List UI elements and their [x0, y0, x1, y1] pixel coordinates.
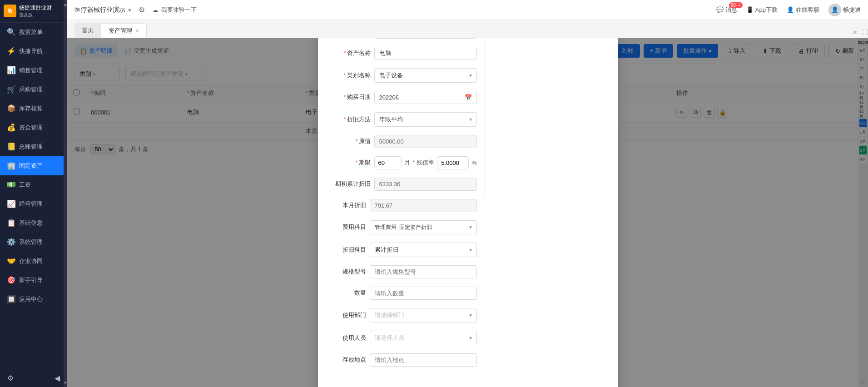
category-select[interactable]: 电子设备 ▾ [374, 68, 477, 83]
user-menu[interactable]: 👤 畅捷通 [828, 4, 861, 16]
collapse-sidebar-icon[interactable]: ◀ [55, 374, 60, 382]
app-logo: 畅 [4, 5, 16, 17]
edit-asset-modal: 编辑固定资产 × *编码 [318, 38, 618, 387]
basic-icon: 📋 [7, 219, 15, 227]
dept-select[interactable]: 请选择部门 ▾ [370, 308, 477, 322]
window-close-icon[interactable]: ✕ [853, 29, 858, 36]
depreciation-subject-value: 累计折旧 [375, 246, 398, 254]
tab-home[interactable]: 首页 [74, 23, 101, 38]
category-label: *类别名称 [334, 71, 371, 79]
message-button[interactable]: 💬 消息 99++ [716, 6, 737, 14]
code-input[interactable] [374, 38, 477, 39]
sidebar-item-label: 采购管理 [19, 85, 43, 94]
sidebar-item-label: 企业协同 [19, 257, 43, 265]
original-value-label: *原值 [334, 137, 371, 145]
sidebar-item-corp[interactable]: 🤝 企业协同 [0, 252, 67, 271]
depreciation-subject-arrow: ▾ [469, 247, 472, 253]
topbar-gear-icon[interactable]: ⚙ [139, 5, 145, 14]
experience-button[interactable]: ☁ 我要体验一下 [152, 6, 197, 14]
sidebar-item-fixed[interactable]: 🏢 固定资产 [0, 156, 67, 175]
sidebar-item-quick[interactable]: ⚡ 快捷导航 [0, 42, 67, 61]
expense-subject-label: 费用科目 [334, 223, 366, 231]
expense-subject-arrow: ▾ [469, 224, 472, 230]
modal-note: 注：已经存在变更记录或者对应固定资产已经生成凭证，原值、购买日期、残值率、累计折… [318, 384, 618, 387]
user-label: 使用人员 [334, 334, 366, 342]
sidebar-item-purchase[interactable]: 🛒 采购管理 [0, 80, 67, 99]
quantity-input[interactable] [370, 287, 477, 300]
tab-asset-management[interactable]: 资产管理 × [101, 23, 147, 38]
user-arrow: ▾ [469, 335, 472, 341]
form-row-location: 存放地点 [334, 353, 477, 367]
sidebar-item-search[interactable]: 🔍 搜索菜单 [0, 23, 67, 42]
search-icon: 🔍 [7, 28, 15, 36]
sidebar-item-label: 库存核算 [19, 104, 43, 113]
company-selector[interactable]: 医疗器械行业演示 ▾ [74, 6, 131, 14]
app-download-button[interactable]: 📱 App下载 [746, 6, 778, 14]
depreciation-subject-select[interactable]: 累计折旧 ▾ [370, 243, 477, 257]
window-controls: ✕ ⛶ [853, 29, 868, 38]
sidebar-item-finance[interactable]: 💰 资金管理 [0, 118, 67, 137]
sidebar-item-label: 基础信息 [19, 219, 43, 227]
dept-arrow: ▾ [469, 312, 472, 318]
settings-icon[interactable]: ⚙ [7, 374, 14, 382]
name-label: *资产名称 [334, 49, 371, 57]
sidebar: 畅 畅捷通好业财 普及版 ▲ ▼ 🔍 搜索菜单 ⚡ 快捷导航 📊 销售管理 [0, 0, 67, 387]
window-expand-icon[interactable]: ⛶ [862, 29, 868, 36]
original-value-input[interactable] [374, 135, 477, 148]
modal-body: *编码 *资产名称 *类别名称 [318, 38, 618, 384]
sidebar-item-inventory[interactable]: 📦 库存核算 [0, 99, 67, 118]
user-select[interactable]: 请选择人员 ▾ [370, 331, 477, 345]
initial-depreciation-input[interactable] [374, 178, 477, 191]
modal-form-grid: *编码 *资产名称 *类别名称 [327, 38, 609, 375]
modal-divider [484, 38, 485, 199]
sidebar-item-label: 快捷导航 [19, 47, 43, 55]
purchase-date-value: 202206 [379, 94, 399, 101]
quick-icon: ⚡ [7, 47, 15, 55]
form-row-quantity: 数量 [334, 287, 477, 300]
name-input[interactable] [374, 47, 477, 60]
sidebar-item-label: 固定资产 [19, 162, 43, 170]
sidebar-item-apps[interactable]: 🔲 应用中心 [0, 290, 67, 309]
sales-icon: 📊 [7, 66, 15, 74]
depreciation-method-select[interactable]: 年限平均 ▾ [374, 112, 477, 127]
purchase-icon: 🛒 [7, 85, 15, 94]
sidebar-item-operations[interactable]: 📈 经营管理 [0, 194, 67, 213]
sidebar-item-sales[interactable]: 📊 销售管理 [0, 61, 67, 80]
spec-model-input[interactable] [370, 265, 477, 278]
purchase-date-input[interactable]: 202206 📅 [374, 91, 477, 104]
residual-rate-input[interactable] [437, 156, 469, 169]
period-input[interactable] [374, 156, 402, 169]
username-label: 畅捷通 [843, 6, 861, 14]
ledger-icon: 📒 [7, 143, 15, 151]
location-input[interactable] [370, 353, 477, 367]
sidebar-scrollbar[interactable]: ▲ ▼ [64, 0, 67, 387]
form-row-name: *资产名称 [334, 47, 477, 60]
modal-overlay: 编辑固定资产 × *编码 [67, 38, 868, 387]
form-row-expense-subject: 费用科目 管理费用_固定资产折旧 ▾ [334, 220, 477, 234]
sidebar-item-label: 系统管理 [19, 238, 43, 246]
location-label: 存放地点 [334, 356, 366, 364]
sidebar-item-ledger[interactable]: 📒 总账管理 [0, 137, 67, 156]
expense-subject-select[interactable]: 管理费用_固定资产折旧 ▾ [370, 220, 477, 234]
scroll-up-arrow[interactable]: ▲ [63, 0, 68, 9]
sidebar-header: 畅 畅捷通好业财 普及版 [0, 0, 67, 23]
purchase-date-label: *购买日期 [334, 93, 371, 101]
period-inline: 月 * 残值率 % [374, 156, 477, 169]
tab-close-icon[interactable]: × [136, 28, 139, 34]
message-badge: 99++ [729, 2, 743, 8]
form-row-spec-model: 规格型号 [334, 265, 477, 278]
online-service-label: 在线客服 [796, 6, 819, 14]
sidebar-item-system[interactable]: ⚙️ 系统管理 [0, 233, 67, 252]
tab-home-label: 首页 [82, 26, 94, 35]
form-row-category: *类别名称 电子设备 ▾ [334, 68, 477, 83]
sidebar-item-label: 应用中心 [19, 295, 43, 303]
online-service-button[interactable]: 👤 在线客服 [787, 6, 819, 14]
sidebar-item-guide[interactable]: 🎯 新手引导 [0, 271, 67, 290]
sidebar-item-basic[interactable]: 📋 基础信息 [0, 213, 67, 233]
monthly-depreciation-input[interactable] [370, 199, 477, 212]
topbar: 医疗器械行业演示 ▾ ⚙ ☁ 我要体验一下 💬 消息 99++ 📱 App下载 [67, 0, 868, 20]
dept-placeholder: 请选择部门 [375, 311, 404, 319]
sidebar-item-label: 资金管理 [19, 124, 43, 132]
sidebar-item-payroll[interactable]: 💵 工资 [0, 175, 67, 194]
sidebar-item-label: 经营管理 [19, 200, 43, 208]
